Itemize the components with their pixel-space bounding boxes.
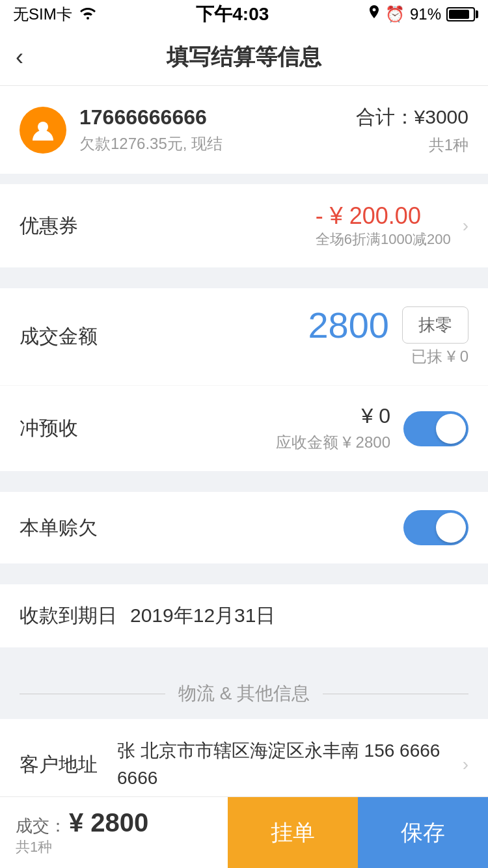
toggle-knob (436, 414, 466, 444)
bottom-summary: 成交： ¥ 2800 共1种 (0, 808, 228, 857)
coupon-row[interactable]: 优惠券 - ¥ 200.00 全场6折满1000减200 › (0, 184, 488, 267)
deal-amount-row: 成交金额 2800 抹零 已抹 ¥ 0 (0, 288, 488, 386)
prepayment-right: ¥ 0 应收金额 ¥ 2800 (276, 404, 390, 453)
customer-left: 17666666666 欠款1276.35元, 现结 (20, 105, 223, 154)
bottom-bar: 成交： ¥ 2800 共1种 挂单 保存 (0, 796, 488, 868)
prepayment-desc: 应收金额 ¥ 2800 (276, 432, 390, 453)
bottom-deal-label: 成交： (16, 815, 66, 837)
deal-amount-sub: 已抹 ¥ 0 (308, 346, 468, 367)
address-label: 客户地址 (20, 752, 98, 778)
address-chevron-icon: › (463, 754, 468, 775)
due-date-value: 2019年12月31日 (130, 603, 275, 629)
section-divider-3 (0, 574, 488, 584)
due-date-label: 收款到期日 (20, 603, 117, 629)
coupon-desc: 全场6折满1000减200 (316, 230, 451, 249)
status-right: ⏰ 91% (368, 5, 475, 23)
alarm-icon: ⏰ (385, 5, 405, 23)
content: 17666666666 欠款1276.35元, 现结 合计：¥3000 共1种 … (0, 86, 488, 868)
logistics-line-right (323, 694, 468, 694)
coupon-right: - ¥ 200.00 全场6折满1000减200 › (316, 202, 468, 249)
status-bar: 无SIM卡 下午4:03 ⏰ 91% (0, 0, 488, 29)
prepayment-label: 冲预收 (20, 415, 78, 442)
deal-amount-section: 成交金额 2800 抹零 已抹 ¥ 0 冲预收 ¥ 0 应收金额 ¥ 2800 (0, 288, 488, 471)
back-button[interactable]: ‹ (16, 44, 23, 71)
coupon-label: 优惠券 (20, 213, 78, 239)
section-divider-2 (0, 481, 488, 492)
chevron-right-icon: › (463, 215, 468, 236)
customer-card: 17666666666 欠款1276.35元, 现结 合计：¥3000 共1种 (0, 86, 488, 174)
battery-icon (446, 7, 475, 21)
prepayment-amount: ¥ 0 (362, 404, 390, 428)
hang-button[interactable]: 挂单 (228, 797, 358, 869)
total-count: 共1种 (356, 135, 468, 156)
deal-amount-label: 成交金额 (20, 323, 98, 350)
debt-row: 本单赊欠 (0, 492, 488, 563)
debt-section: 本单赊欠 (0, 492, 488, 563)
location-icon (368, 5, 380, 23)
save-button[interactable]: 保存 (358, 797, 488, 869)
prepayment-row: 冲预收 ¥ 0 应收金额 ¥ 2800 (0, 386, 488, 471)
avatar (20, 107, 66, 154)
section-divider-4 (0, 658, 488, 668)
bottom-deal-amount: ¥ 2800 (69, 808, 148, 837)
coupon-discount: - ¥ 200.00 (316, 202, 451, 230)
wifi-icon (79, 5, 97, 23)
debt-label: 本单赊欠 (20, 515, 98, 541)
customer-info: 17666666666 欠款1276.35元, 现结 (79, 105, 223, 154)
logistics-line-left (20, 694, 165, 694)
due-date-row: 收款到期日 2019年12月31日 (0, 584, 488, 647)
prepayment-toggle[interactable] (403, 411, 468, 446)
logistics-divider: 物流 & 其他信息 (0, 668, 488, 719)
customer-debt: 欠款1276.35元, 现结 (79, 133, 223, 154)
address-value: 张 北京市市辖区海淀区永丰南 156 6666 6666 (117, 737, 457, 792)
nav-bar: ‹ 填写结算等信息 (0, 29, 488, 86)
carrier-text: 无SIM卡 (13, 4, 72, 25)
round-button[interactable]: 抹零 (402, 306, 468, 344)
battery-text: 91% (410, 5, 441, 23)
deal-amount-value-wrap: 2800 抹零 (308, 306, 468, 344)
customer-phone: 17666666666 (79, 105, 223, 129)
logistics-label: 物流 & 其他信息 (178, 681, 310, 706)
customer-right: 合计：¥3000 共1种 (356, 104, 468, 156)
status-time: 下午4:03 (196, 2, 269, 27)
section-divider-1 (0, 278, 488, 288)
page-title: 填写结算等信息 (167, 42, 321, 72)
status-left: 无SIM卡 (13, 4, 97, 25)
debt-toggle[interactable] (403, 510, 468, 545)
deal-amount-value: 2800 (308, 307, 389, 344)
bottom-count: 共1种 (16, 837, 212, 857)
debt-toggle-knob (436, 513, 466, 543)
total-amount: 合计：¥3000 (356, 104, 468, 131)
